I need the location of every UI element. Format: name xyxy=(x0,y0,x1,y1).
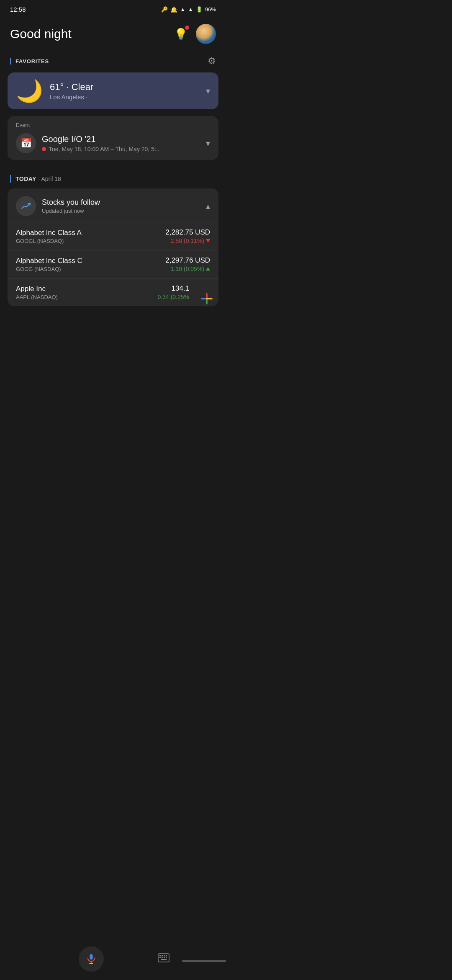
stock-change-googl: 2.50 (0.11%) xyxy=(165,237,210,244)
stock-price-googl: 2,282.75 USD xyxy=(165,228,210,237)
moon-icon: 🌙 xyxy=(16,80,43,102)
avatar[interactable] xyxy=(196,24,216,44)
event-details: Google I/O '21 Tue, May 18, 10:00 AM – T… xyxy=(42,134,161,152)
event-color-dot xyxy=(42,147,46,151)
stock-change-goog: 1.10 (0.05%) xyxy=(165,266,210,272)
status-time: 12:58 xyxy=(10,6,26,13)
stock-right-goog: 2,297.76 USD 1.10 (0.05%) xyxy=(165,256,210,272)
weather-location: Los Angeles · xyxy=(50,93,93,101)
battery-text: 96% xyxy=(205,6,216,13)
stock-price-aapl: 134.1 xyxy=(158,284,190,293)
greeting-text: Good night xyxy=(10,27,72,41)
stock-change-aapl: 0.34 (0.25% xyxy=(158,294,190,300)
stock-change-value-aapl: 0.34 (0.25% xyxy=(158,294,190,300)
settings-gear-icon[interactable]: ⚙ xyxy=(208,56,216,67)
event-section-label: Event xyxy=(16,122,210,128)
stocks-title: Stocks you follow xyxy=(42,198,100,207)
weather-card[interactable]: 🌙 61° · Clear Los Angeles · ▾ xyxy=(8,72,218,109)
stock-right-googl: 2,282.75 USD 2.50 (0.11%) xyxy=(165,228,210,244)
stock-ticker-aapl: AAPL (NASDAQ) xyxy=(16,294,58,300)
stock-name-googl: Alphabet Inc Class A xyxy=(16,229,82,237)
calendar-icon: 📅 xyxy=(16,133,36,153)
stock-row-googl[interactable]: Alphabet Inc Class A GOOGL (NASDAQ) 2,28… xyxy=(8,222,218,250)
wifi-icon: ▲ xyxy=(180,6,185,13)
stock-name-goog: Alphabet Inc Class C xyxy=(16,257,82,265)
stock-change-value-googl: 2.50 (0.11%) xyxy=(171,237,204,244)
status-icons: 🔑 🔔 ▲ ▲ 🔋 96% xyxy=(161,6,216,13)
event-time: Tue, May 18, 10:00 AM – Thu, May 20, 5:.… xyxy=(42,146,161,152)
signal-icon: ▲ xyxy=(188,6,193,13)
stocks-chart-icon xyxy=(21,201,31,211)
fab-add-button[interactable] xyxy=(195,287,218,306)
today-label-container: TODAY · April 18 xyxy=(10,175,61,183)
stock-price-goog: 2,297.76 USD xyxy=(165,256,210,265)
stock-ticker-googl: GOOGL (NASDAQ) xyxy=(16,238,82,244)
stock-row-goog[interactable]: Alphabet Inc Class C GOOG (NASDAQ) 2,297… xyxy=(8,250,218,278)
bell-icon: 🔔 xyxy=(170,6,177,13)
stock-info-goog: Alphabet Inc Class C GOOG (NASDAQ) xyxy=(16,257,82,272)
down-arrow-icon-googl xyxy=(206,239,210,242)
stock-ticker-goog: GOOG (NASDAQ) xyxy=(16,266,82,272)
stocks-updated: Updated just now xyxy=(42,208,100,214)
today-date: · April 18 xyxy=(38,175,61,182)
weather-info: 61° · Clear Los Angeles · xyxy=(50,82,93,101)
key-icon: 🔑 xyxy=(161,6,168,13)
stock-change-value-goog: 1.10 (0.05%) xyxy=(171,266,204,272)
event-time-text: Tue, May 18, 10:00 AM – Thu, May 20, 5:.… xyxy=(49,146,161,152)
stocks-icon-circle xyxy=(16,196,36,216)
weather-left: 🌙 61° · Clear Los Angeles · xyxy=(16,80,93,102)
event-chevron-down-icon[interactable]: ▾ xyxy=(206,138,210,148)
condition: Clear xyxy=(72,82,94,92)
stocks-card[interactable]: Stocks you follow Updated just now ▴ Alp… xyxy=(8,188,218,306)
weather-temp-condition: 61° · Clear xyxy=(50,82,93,93)
favorites-section-header: FAVORITES ⚙ xyxy=(0,52,226,72)
battery-icon: 🔋 xyxy=(196,6,203,13)
fab-colorplus-icon xyxy=(198,290,215,306)
stock-name-aapl: Apple Inc xyxy=(16,285,58,293)
event-card[interactable]: Event 📅 Google I/O '21 Tue, May 18, 10:0… xyxy=(8,116,218,160)
stock-right-aapl: 134.1 0.34 (0.25% xyxy=(158,284,190,300)
notification-dot xyxy=(185,26,189,30)
header-icons: 💡 xyxy=(172,24,216,44)
event-title: Google I/O '21 xyxy=(42,134,161,144)
status-bar: 12:58 🔑 🔔 ▲ ▲ 🔋 96% xyxy=(0,0,226,16)
avatar-image xyxy=(196,24,216,44)
event-left: 📅 Google I/O '21 Tue, May 18, 10:00 AM –… xyxy=(16,133,161,153)
today-label: TODAY xyxy=(15,175,36,182)
stocks-left: Stocks you follow Updated just now xyxy=(16,196,100,216)
favorites-label: FAVORITES xyxy=(10,58,49,64)
stock-info-googl: Alphabet Inc Class A GOOGL (NASDAQ) xyxy=(16,229,82,244)
today-section-header: TODAY · April 18 xyxy=(0,167,226,188)
lightbulb-button[interactable]: 💡 xyxy=(172,25,190,43)
event-row: 📅 Google I/O '21 Tue, May 18, 10:00 AM –… xyxy=(16,133,210,153)
temperature: 61° xyxy=(50,82,64,92)
lightbulb-icon: 💡 xyxy=(174,28,187,41)
weather-chevron-down-icon[interactable]: ▾ xyxy=(206,86,210,96)
up-arrow-icon-goog xyxy=(206,267,210,271)
separator: · xyxy=(66,82,71,92)
stocks-chevron-up-icon[interactable]: ▴ xyxy=(206,201,210,211)
stock-row-aapl[interactable]: Apple Inc AAPL (NASDAQ) 134.1 0.34 (0.25… xyxy=(8,279,218,306)
stocks-header: Stocks you follow Updated just now ▴ xyxy=(8,188,218,222)
stocks-title-group: Stocks you follow Updated just now xyxy=(42,198,100,214)
bottom-spacer xyxy=(0,315,226,356)
header: Good night 💡 xyxy=(0,16,226,52)
stock-info-aapl: Apple Inc AAPL (NASDAQ) xyxy=(16,285,58,300)
